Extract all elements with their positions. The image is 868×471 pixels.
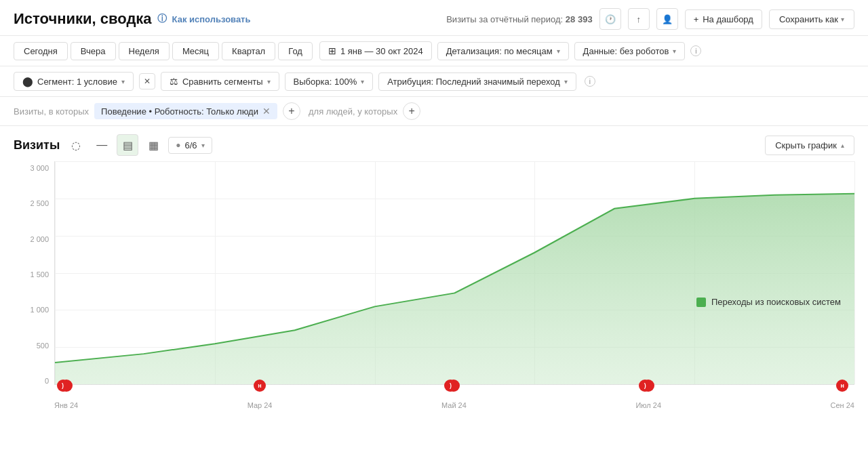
x-marker-may-2: ) [444,380,456,392]
date-tabs-row: Сегодня Вчера Неделя Месяц Квартал Год ⊞… [0,36,868,66]
filter-visits-label: Визиты, в которых [14,106,89,117]
x-label-jan: н ) Янв 24 [54,398,78,409]
tab-month[interactable]: Месяц [172,42,219,60]
y-label-500: 500 [37,342,49,350]
tab-week[interactable]: Неделя [119,42,170,60]
tab-year[interactable]: Год [278,42,313,60]
page-title-area: Источники, сводка ⓘ Как использовать [14,10,250,28]
share-icon-btn[interactable]: ↑ [628,8,650,30]
add-filter-button[interactable]: + [283,102,300,120]
tab-quarter[interactable]: Квартал [222,42,275,60]
sample-button[interactable]: Выборка: 100% ▾ [285,73,374,91]
chart-title-area: Визиты ◌ — ▤ ▦ ● 6/6 ▾ [14,134,212,156]
chart-type-smooth[interactable]: — [91,134,113,156]
vgrid-6 [854,161,855,384]
segment-row: ⬤ Сегмент: 1 условие ▾ ✕ ⚖ Сравнить сегм… [0,66,868,97]
chart-type-line[interactable]: ◌ [65,134,87,156]
x-marker-mar: н [254,380,266,392]
data-button[interactable]: Данные: без роботов ▾ [574,42,686,60]
x-label-sep: н Сен 24 [831,398,854,409]
filter-tag-close[interactable]: ✕ [262,106,271,117]
y-label-2500: 2 500 [30,199,49,207]
for-people-label: для людей, у которых [309,106,397,117]
area-chart-svg [55,161,854,384]
header-right: Визиты за отчётный период: 28 393 🕐 ↑ 👤 … [446,8,854,30]
x-label-jul: н ) Июл 24 [635,398,661,409]
chart-section: Визиты ◌ — ▤ ▦ ● 6/6 ▾ Скрыть график ▴ 3… [0,126,868,412]
x-marker-jul-2: ) [639,380,651,392]
series-selector[interactable]: ● 6/6 ▾ [168,137,212,154]
compare-segments-button[interactable]: ⚖ Сравнить сегменты ▾ [161,72,279,91]
filter-tag: Поведение • Роботность: Только люди ✕ [94,103,277,119]
attr-info-icon[interactable]: i [585,76,595,87]
compare-icon-btn[interactable]: 👤 [656,8,678,30]
y-axis: 3 000 2 500 2 000 1 500 1 000 500 0 [14,161,54,385]
save-as-button[interactable]: Сохранить как ▾ [769,9,854,29]
tab-today[interactable]: Сегодня [14,42,68,60]
chart-legend: Переходы из поисковых систем [696,297,841,307]
x-marker-sep: н [836,380,848,392]
history-icon-btn[interactable]: 🕐 [599,8,621,30]
data-info-icon[interactable]: i [690,45,701,56]
chart-area: 3 000 2 500 2 000 1 500 1 000 500 0 [14,161,854,412]
how-to-use-link[interactable]: Как использовать [172,14,251,24]
date-range-button[interactable]: ⊞ 1 янв — 30 окт 2024 [319,41,432,60]
hide-chart-button[interactable]: Скрыть график ▴ [765,136,854,155]
chart-type-area[interactable]: ▤ [117,134,138,156]
filter-row: Визиты, в которых Поведение • Роботность… [0,97,868,126]
chart-controls: ◌ — ▤ ▦ ● 6/6 ▾ [65,134,212,156]
y-label-0: 0 [45,377,49,385]
segment-close-button[interactable]: ✕ [139,73,155,89]
attr-button[interactable]: Атрибуция: Последний значимый переход ▾ [378,73,576,91]
chart-plot [54,161,854,385]
x-label-mar: н Мар 24 [248,398,273,409]
y-label-2000: 2 000 [30,235,49,243]
x-marker-jan-2: ) [57,380,69,392]
add-people-filter-button[interactable]: + [403,102,420,120]
x-label-may: н ) Май 24 [441,398,467,409]
detail-button[interactable]: Детализация: по месяцам ▾ [437,42,569,60]
y-label-3000: 3 000 [30,164,49,172]
chart-header: Визиты ◌ — ▤ ▦ ● 6/6 ▾ Скрыть график ▴ [14,134,854,156]
page-title: Источники, сводка [14,10,152,28]
y-label-1500: 1 500 [30,270,49,279]
visits-label: Визиты за отчётный период: 28 393 [446,14,592,24]
dashboard-button[interactable]: + На дашборд [685,9,762,29]
legend-color-box [696,298,706,307]
area-polygon [55,194,854,384]
y-label-1000: 1 000 [30,306,49,314]
legend-label: Переходы из поисковых систем [711,297,841,307]
segment-button[interactable]: ⬤ Сегмент: 1 условие ▾ [14,72,134,91]
info-icon[interactable]: ⓘ [157,13,167,25]
header: Источники, сводка ⓘ Как использовать Виз… [0,0,868,36]
chart-title: Визиты [14,138,60,152]
tab-yesterday[interactable]: Вчера [71,42,116,60]
chart-type-bar[interactable]: ▦ [142,134,164,156]
x-axis: н ) Янв 24 н Мар 24 н ) Май 24 [54,385,854,412]
